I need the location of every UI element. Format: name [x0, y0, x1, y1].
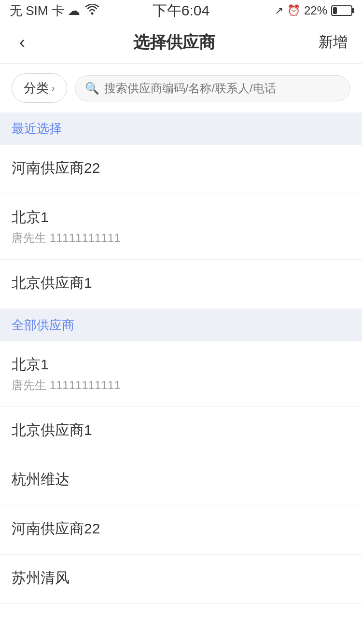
section-header-all: 全部供应商 — [0, 309, 362, 341]
category-label: 分类 — [24, 80, 49, 97]
search-bar: 🔍 — [75, 75, 350, 101]
supplier-name: 北京1 — [12, 355, 350, 375]
list-item[interactable]: 北京供应商1 — [0, 407, 362, 456]
back-button[interactable]: ‹ — [14, 28, 30, 57]
alarm-icon: ⏰ — [287, 4, 300, 17]
status-bar: 无 SIM 卡 ☁ 下午6:04 ↗ ⏰ 22% — [0, 0, 362, 21]
battery-percent: 22% — [304, 4, 327, 17]
supplier-list: 最近选择河南供应商22北京1唐先生 11111111111北京供应商1全部供应商… — [0, 112, 362, 604]
list-item[interactable]: 北京供应商1 — [0, 260, 362, 309]
supplier-name: 苏州清风 — [12, 568, 350, 588]
wifi-icon — [85, 3, 99, 18]
no-sim-label: 无 SIM 卡 ☁ — [10, 2, 80, 19]
supplier-name: 杭州维达 — [12, 470, 350, 490]
add-button[interactable]: 新增 — [319, 32, 348, 52]
list-item[interactable]: 河南供应商22 — [0, 145, 362, 194]
list-item[interactable]: 北京1唐先生 11111111111 — [0, 341, 362, 407]
status-right: ↗ ⏰ 22% — [275, 4, 352, 17]
list-item[interactable]: 苏州清风 — [0, 555, 362, 604]
search-icon: 🔍 — [85, 82, 99, 95]
battery-icon — [331, 5, 352, 16]
supplier-name: 北京1 — [12, 208, 350, 227]
search-input[interactable] — [104, 82, 340, 95]
list-item[interactable]: 杭州维达 — [0, 456, 362, 505]
supplier-name: 北京供应商1 — [12, 420, 350, 440]
status-left: 无 SIM 卡 ☁ — [10, 2, 99, 19]
list-item[interactable]: 北京1唐先生 11111111111 — [0, 194, 362, 260]
supplier-contact: 唐先生 11111111111 — [12, 378, 350, 393]
supplier-name: 河南供应商22 — [12, 158, 350, 178]
chevron-right-icon: › — [52, 83, 55, 94]
status-time: 下午6:04 — [153, 1, 209, 21]
list-item[interactable]: 河南供应商22 — [0, 505, 362, 555]
supplier-name: 河南供应商22 — [12, 519, 350, 539]
category-filter-button[interactable]: 分类 › — [12, 73, 67, 103]
section-header-recent: 最近选择 — [0, 112, 362, 145]
filter-bar: 分类 › 🔍 — [0, 64, 362, 112]
battery-fill — [333, 7, 337, 14]
supplier-contact: 唐先生 11111111111 — [12, 230, 350, 246]
svg-point-0 — [91, 12, 93, 14]
supplier-name: 北京供应商1 — [12, 273, 350, 293]
page-title: 选择供应商 — [133, 31, 215, 54]
location-icon: ↗ — [275, 4, 283, 17]
nav-bar: ‹ 选择供应商 新增 — [0, 21, 362, 64]
